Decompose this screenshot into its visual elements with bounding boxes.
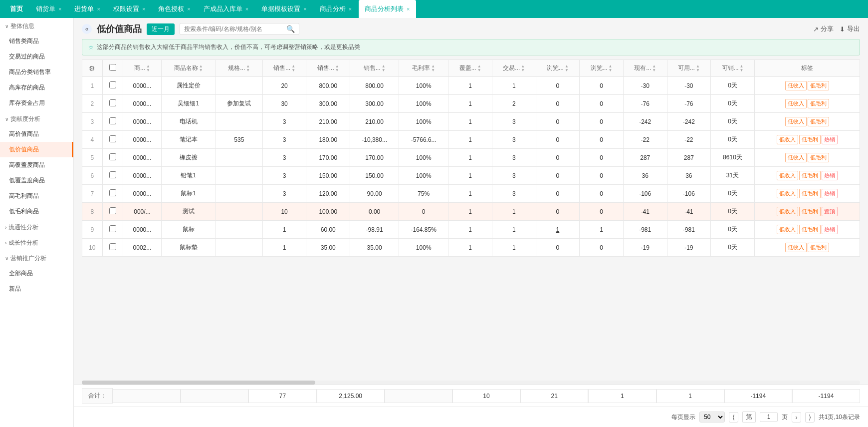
row-days: 0天 [711,203,755,221]
row-checkbox[interactable] [102,131,123,149]
sidebar-collapse-btn[interactable]: « [82,24,92,34]
tag: 低收入 [777,171,798,180]
nav-permissions-close[interactable]: × [142,6,145,12]
row-checkbox[interactable] [102,113,123,131]
nav-product-warehouse[interactable]: 产成品入库单× [198,0,254,18]
nav-role[interactable]: 角色授权× [152,0,196,18]
nav-template-close[interactable]: × [303,6,306,12]
sidebar-item-low-value[interactable]: 低价值商品 [0,142,73,157]
row-spec [216,167,262,185]
search-input[interactable] [184,25,286,32]
row-cover: 3 [492,167,536,185]
row-stock1: -22 [623,131,667,149]
col-coverage[interactable]: 覆盖...▲▼ [448,60,492,77]
sidebar-item-category-rate[interactable]: 商品分类销售率 [0,64,73,80]
row-checkbox[interactable] [102,95,123,113]
nav-template[interactable]: 单据模板设置× [255,0,312,18]
nav-goods-list-close[interactable]: × [407,6,410,12]
row-browse1: 0 [536,203,580,221]
export-btn[interactable]: ⬇ 导出 [840,24,860,33]
sidebar-group-overall[interactable]: ∨整体信息 [0,18,73,33]
row-tags: 低收入低毛利热销 [754,131,860,149]
row-days: 0天 [711,221,755,239]
date-filter-btn[interactable]: 近一月 [147,23,175,35]
sidebar-item-low-coverage[interactable]: 低覆盖度商品 [0,173,73,188]
row-qty: 3 [262,185,306,203]
col-trade[interactable]: 交易...▲▼ [492,60,536,77]
col-sale-profit[interactable]: 销售...▲▼ [350,60,399,77]
sidebar-group-marketing[interactable]: ∨营销推广分析 [0,250,73,266]
share-btn[interactable]: ↗ 分享 [813,24,834,33]
sidebar-group-growth[interactable]: ›成长性分析 [0,235,73,250]
page-size-select[interactable]: 50 100 200 [699,412,725,423]
sidebar-group-flow[interactable]: ›流通性分析 [0,219,73,235]
nav-product-warehouse-close[interactable]: × [245,6,248,12]
row-checkbox[interactable] [102,203,123,221]
prev-page-btn[interactable]: 第 [742,411,756,423]
sidebar: ∨整体信息 销售类商品 交易过的商品 商品分类销售率 高库存的商品 库存资金占用… [0,18,74,427]
row-sale1: 300.00 [306,95,350,113]
nav-goods-analysis[interactable]: 商品分析× [314,0,358,18]
row-checkbox[interactable] [102,221,123,239]
col-browse2[interactable]: 浏览...▲▼ [580,60,624,77]
row-sale3: -164.85% [399,221,448,239]
row-browse1[interactable]: 1 [536,221,580,239]
sidebar-item-new-goods[interactable]: 新品 [0,281,73,297]
sidebar-item-high-coverage[interactable]: 高覆盖度商品 [0,157,73,173]
row-sale1: 170.00 [306,149,350,167]
next-page-btn[interactable]: › [792,412,801,423]
col-sale-qty[interactable]: 销售...▲▼ [262,60,306,77]
col-gross[interactable]: 毛利率▲▼ [399,60,448,77]
nav-sales-close[interactable]: × [58,6,61,12]
nav-permissions[interactable]: 权限设置× [107,0,151,18]
row-checkbox[interactable] [102,149,123,167]
row-checkbox[interactable] [102,77,123,95]
col-browse1[interactable]: 浏览...▲▼ [536,60,580,77]
row-code: 0000... [123,77,162,95]
sidebar-item-traded-goods[interactable]: 交易过的商品 [0,49,73,64]
row-days: 0天 [711,131,755,149]
sidebar-group-contribution[interactable]: ∨贡献度分析 [0,111,73,126]
tag: 低收入 [777,207,798,216]
table-scrollbar[interactable] [82,381,860,385]
sidebar-item-high-stock[interactable]: 高库存的商品 [0,80,73,95]
sidebar-item-low-margin[interactable]: 低毛利商品 [0,204,73,219]
nav-purchase[interactable]: 进货单× [68,0,106,18]
row-sale1: 35.00 [306,239,350,257]
col-stock-avail[interactable]: 可用...▲▼ [667,60,711,77]
sidebar-item-all-goods[interactable]: 全部商品 [0,266,73,281]
nav-purchase-close[interactable]: × [97,6,100,12]
col-sale-amount[interactable]: 销售...▲▼ [306,60,350,77]
sidebar-item-high-value[interactable]: 高价值商品 [0,126,73,142]
page-number-input[interactable] [760,412,778,422]
sidebar-item-sales-goods[interactable]: 销售类商品 [0,33,73,49]
col-code[interactable]: 商...▲▼ [123,60,162,77]
row-checkbox[interactable] [102,239,123,257]
col-spec[interactable]: 规格...▲▼ [216,60,262,77]
nav-goods-list[interactable]: 商品分析列表× [359,0,416,18]
nav-sales[interactable]: 销货单× [30,0,67,18]
row-stock2: 287 [667,149,711,167]
row-spec [216,113,262,131]
nav-role-close[interactable]: × [187,6,190,12]
first-page-btn[interactable]: ⟨ [729,412,738,423]
col-stock-sale[interactable]: 可销...▲▼ [711,60,755,77]
sidebar-item-high-margin[interactable]: 高毛利商品 [0,188,73,204]
nav-home[interactable]: 首页 [4,0,29,18]
tag: 低毛利 [808,153,829,162]
row-num: 1 [82,77,103,95]
last-page-btn[interactable]: ⟩ [805,412,815,423]
row-sale3: 100% [399,77,448,95]
sidebar-item-stock-fund[interactable]: 库存资金占用 [0,95,73,111]
row-sale2: 90.00 [350,185,399,203]
nav-goods-analysis-close[interactable]: × [349,6,352,12]
row-checkbox[interactable] [102,185,123,203]
col-gear[interactable]: ⚙ [82,60,103,77]
select-all-checkbox[interactable] [109,64,116,71]
row-spec [216,239,262,257]
row-checkbox[interactable] [102,167,123,185]
row-stock2: -19 [667,239,711,257]
col-name[interactable]: 商品名称▲▼ [161,60,216,77]
search-icon[interactable]: 🔍 [286,25,295,33]
col-stock-now[interactable]: 现有...▲▼ [623,60,667,77]
